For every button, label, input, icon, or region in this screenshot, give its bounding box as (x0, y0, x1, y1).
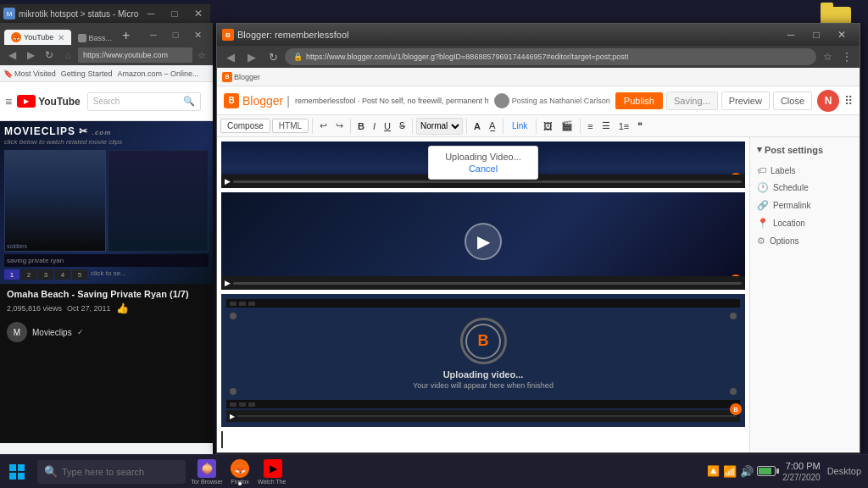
undo-btn[interactable]: ↩ (316, 119, 331, 133)
redo-btn[interactable]: ↪ (332, 119, 347, 133)
spry-label: saving private ryan (7, 257, 206, 264)
blogger-minimize-btn[interactable]: ─ (778, 24, 804, 46)
blogger-forward-btn[interactable]: ▶ (242, 51, 261, 64)
sidebar-schedule-row[interactable]: 🕐 Schedule (757, 179, 853, 197)
upload-cancel-btn[interactable]: Cancel (441, 164, 526, 174)
play-btn-bottom[interactable]: ▶ (230, 413, 235, 420)
like-btn[interactable]: 👍 (116, 302, 129, 314)
youtube-browser-window: 🦊 YouTube ✕ Bass... + ─ □ ✕ ◀ ▶ ↻ ⌂ http… (0, 23, 213, 455)
desktop-label[interactable]: Desktop (827, 466, 861, 476)
firefox-taskbar-btn[interactable]: 🦊 Firefox (224, 456, 256, 488)
video-btn[interactable]: 🎬 (558, 119, 576, 133)
labels-label: Labels (771, 166, 795, 175)
bookmark-star[interactable]: ☆ (194, 50, 209, 61)
blogger-maximize-btn[interactable]: □ (804, 24, 829, 46)
mikrotik-close-btn[interactable]: ✕ (186, 4, 210, 23)
image-btn[interactable]: 🖼 (540, 119, 556, 133)
video-play-btn[interactable]: ▶ (465, 223, 502, 260)
close-post-btn[interactable]: Close (773, 92, 812, 110)
youtube-search-bar[interactable]: Search 🔍 (87, 92, 201, 111)
quote-btn[interactable]: ❝ (634, 119, 646, 133)
bookmark-most-visited[interactable]: 🔖Most Visited (3, 69, 56, 78)
bookmark-getting-started[interactable]: Getting Started (61, 69, 113, 78)
progress-bar-mid[interactable] (233, 282, 742, 285)
taskbar-search-input[interactable] (62, 467, 172, 477)
mikrotik-window-controls[interactable]: ─ □ ✕ (139, 4, 210, 23)
mikrotik-minimize-btn[interactable]: ─ (139, 4, 163, 23)
youtube-taskbar-icon: ▶ (264, 459, 282, 478)
youtube-content[interactable]: MOVIECLIPS ✂ .com click below to watch r… (0, 121, 213, 443)
link-btn[interactable]: Link (507, 119, 532, 132)
publish-btn[interactable]: Publish (615, 92, 663, 109)
numbered-list-btn[interactable]: 1≡ (615, 119, 633, 133)
blogger-b-icon: B (478, 332, 489, 350)
sidebar-permalink-row[interactable]: 🔗 Permalink (757, 197, 853, 214)
blogger-win-controls[interactable]: ─ □ ✕ (778, 24, 854, 46)
browser-window-controls[interactable]: ─ □ ✕ (142, 26, 209, 45)
thumb-2[interactable]: 2 (21, 269, 36, 280)
align-left-btn[interactable]: ≡ (584, 119, 596, 133)
forward-btn[interactable]: ▶ (22, 49, 39, 61)
blogger-menu-btn[interactable]: ⋮ (838, 51, 855, 63)
font-format-dropdown[interactable]: Normal (416, 118, 463, 135)
blogger-reload-btn[interactable]: ↻ (264, 51, 282, 64)
apps-grid-icon[interactable]: ⠿ (844, 94, 853, 108)
taskbar-search-bar[interactable]: 🔍 (37, 460, 186, 484)
blog-editor[interactable]: Uploading Video... Cancel B ▶ ▶ B (217, 137, 749, 452)
tab-close-btn[interactable]: ✕ (58, 33, 64, 42)
browser-close-btn[interactable]: ✕ (186, 26, 209, 43)
thumb-4[interactable]: 4 (55, 269, 70, 280)
blogger-bookmark-1[interactable]: B Blogger (222, 72, 260, 82)
youtube-tab-active[interactable]: 🦊 YouTube ✕ (4, 30, 71, 45)
play-btn-top[interactable]: ▶ (225, 177, 231, 186)
thumb-3[interactable]: 3 (38, 269, 53, 280)
highlight-btn[interactable]: A̲ (486, 119, 499, 133)
blogger-address-bar[interactable]: 🔒 https://www.blogger.com/u/1/blogger.g?… (285, 48, 816, 65)
tor-browser-taskbar-btn[interactable]: 🧅 Tor Browser (191, 456, 223, 488)
browser-maximize-btn[interactable]: □ (164, 26, 186, 43)
film-hole-5 (239, 402, 246, 407)
font-color-btn[interactable]: A (470, 119, 484, 133)
youtube-tab-inactive[interactable]: Bass... (71, 31, 119, 45)
reload-btn[interactable]: ↻ (41, 49, 58, 61)
html-btn[interactable]: HTML (272, 119, 309, 133)
youtube-watch-taskbar-btn[interactable]: ▶ Watch The Red Pill... (257, 456, 289, 488)
blogger-action-btns[interactable]: Publish Saving... Preview Close (615, 92, 812, 110)
underline-btn[interactable]: U (381, 119, 394, 133)
sidebar-options-row[interactable]: ⚙ Options (757, 232, 853, 250)
blogger-close-btn[interactable]: ✕ (829, 24, 854, 46)
back-btn[interactable]: ◀ (3, 49, 20, 61)
preview-btn[interactable]: Preview (721, 92, 770, 110)
strikethrough-btn[interactable]: S̶ (396, 119, 409, 133)
post-settings-title[interactable]: ▾ Post settings (757, 144, 853, 155)
windows-start-btn[interactable] (0, 455, 34, 489)
play-btn-mid[interactable]: ▶ (225, 279, 231, 287)
list-btn[interactable]: ☰ (598, 119, 614, 133)
blogger-star-btn[interactable]: ☆ (819, 51, 836, 63)
tray-arrow-icon[interactable]: 🔼 (707, 465, 720, 477)
thumb-5[interactable]: 5 (72, 269, 87, 280)
mikrotik-maximize-btn[interactable]: □ (163, 4, 186, 23)
compose-btn[interactable]: Compose (220, 119, 270, 133)
bold-btn[interactable]: B (354, 119, 368, 133)
address-bar[interactable]: https://www.youtube.com (78, 47, 192, 63)
progress-bar-top[interactable] (233, 180, 742, 183)
channel-avatar[interactable]: M (7, 322, 27, 342)
tor-label: Tor Browser (191, 479, 222, 485)
options-label: Options (770, 236, 798, 246)
new-tab-btn[interactable]: + (122, 28, 130, 45)
home-btn[interactable]: ⌂ (59, 49, 76, 61)
blogger-back-btn[interactable]: ◀ (221, 51, 240, 64)
clock-area: 7:00 PM 2/27/2020 (782, 460, 821, 483)
channel-name[interactable]: Movieclips (32, 328, 72, 337)
browser-minimize-btn[interactable]: ─ (142, 26, 164, 43)
sidebar-location-row[interactable]: 📍 Location (757, 214, 853, 232)
bookmark-amazon[interactable]: Amazon.com – Online... (117, 69, 198, 78)
hamburger-menu[interactable]: ≡ (5, 95, 12, 108)
italic-btn[interactable]: I (370, 119, 379, 133)
thumb-1[interactable]: 1 (4, 269, 19, 280)
progress-bar-bottom[interactable] (237, 415, 737, 417)
sidebar-labels-row[interactable]: 🏷 Labels (757, 162, 853, 179)
user-avatar[interactable]: N (817, 90, 839, 112)
saving-btn[interactable]: Saving... (666, 92, 718, 110)
